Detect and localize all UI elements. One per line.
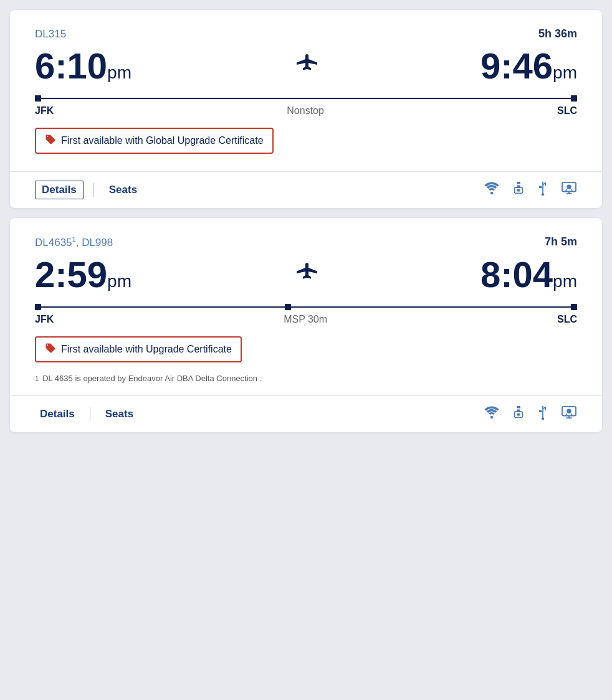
arrive-time-1: 9:46pm bbox=[481, 48, 577, 84]
seats-button-2[interactable]: Seats bbox=[100, 405, 138, 423]
plane-icon-2 bbox=[294, 262, 318, 287]
flight-header-2: DL46351, DL998 7h 5m bbox=[35, 235, 577, 249]
tag-icon-1 bbox=[45, 134, 56, 148]
power-icon-1 bbox=[512, 181, 525, 199]
footer-icons-1 bbox=[484, 181, 577, 199]
svg-point-25 bbox=[542, 417, 544, 420]
seats-button-1[interactable]: Seats bbox=[104, 181, 142, 199]
route-stop-dot-2 bbox=[285, 304, 291, 310]
details-button-1[interactable]: Details bbox=[35, 181, 84, 199]
depart-time-2: 2:59pm bbox=[35, 257, 131, 293]
upgrade-badge-1: First available with Global Upgrade Cert… bbox=[35, 128, 274, 154]
screen-icon-1 bbox=[561, 181, 577, 199]
route-dot-left-1 bbox=[35, 95, 41, 102]
svg-rect-16 bbox=[517, 406, 520, 409]
svg-point-0 bbox=[490, 192, 493, 194]
svg-rect-4 bbox=[517, 189, 520, 192]
flight-main-1: DL315 5h 36m 6:10pm 9:46pm JFK Nonst bbox=[10, 10, 602, 171]
origin-label-1: JFK bbox=[35, 105, 54, 116]
footer-divider-2 bbox=[90, 407, 90, 421]
svg-point-10 bbox=[542, 193, 544, 196]
svg-rect-1 bbox=[517, 182, 520, 184]
route-dot-right-1 bbox=[571, 95, 577, 102]
arrive-time-2: 8:04pm bbox=[481, 257, 577, 293]
power-icon-2 bbox=[512, 405, 525, 423]
flight-number-1: DL315 bbox=[35, 28, 66, 40]
route-line-2 bbox=[41, 306, 571, 308]
flight-header-1: DL315 5h 36m bbox=[35, 27, 577, 40]
times-row-2: 2:59pm 8:04pm bbox=[35, 257, 577, 293]
destination-label-2: SLC bbox=[557, 314, 577, 325]
upgrade-badge-text-1: First available with Global Upgrade Cert… bbox=[61, 135, 264, 146]
depart-time-1: 6:10pm bbox=[35, 48, 131, 84]
upgrade-badge-2: First available with Upgrade Certificate bbox=[35, 336, 242, 362]
origin-label-2: JFK bbox=[35, 314, 54, 325]
svg-point-14 bbox=[567, 185, 571, 189]
screen-icon-2 bbox=[561, 405, 577, 423]
svg-rect-9 bbox=[539, 186, 541, 188]
flight-duration-2: 7h 5m bbox=[545, 235, 577, 248]
stops-label-1: Nonstop bbox=[287, 105, 324, 116]
flight-duration-1: 5h 36m bbox=[538, 27, 577, 40]
destination-label-1: SLC bbox=[557, 105, 577, 116]
plane-icon-1 bbox=[294, 54, 318, 78]
route-labels-1: JFK Nonstop SLC bbox=[35, 105, 577, 116]
route-dot-right-2 bbox=[571, 304, 577, 310]
route-bar-1 bbox=[35, 95, 577, 102]
route-bar-2 bbox=[35, 304, 577, 310]
card-footer-1: Details Seats bbox=[10, 171, 602, 208]
footnote-2: 1 DL 4635 is operated by Endeavor Air DB… bbox=[35, 374, 577, 383]
wifi-icon-2 bbox=[484, 405, 500, 423]
svg-point-29 bbox=[567, 409, 571, 413]
flight-main-2: DL46351, DL998 7h 5m 2:59pm 8:04pm bbox=[10, 218, 602, 395]
card-footer-2: Details Seats bbox=[10, 395, 602, 432]
upgrade-badge-text-2: First available with Upgrade Certificate bbox=[61, 344, 232, 355]
flight-number-2: DL46351, DL998 bbox=[35, 235, 113, 249]
wifi-icon-1 bbox=[484, 181, 500, 199]
flight-card-2: DL46351, DL998 7h 5m 2:59pm 8:04pm bbox=[10, 218, 602, 432]
route-line-1 bbox=[41, 98, 571, 99]
usb-icon-2 bbox=[537, 405, 548, 423]
tag-icon-2 bbox=[45, 343, 56, 356]
route-labels-2: JFK MSP 30m SLC bbox=[35, 314, 577, 325]
svg-rect-24 bbox=[539, 410, 541, 412]
footer-icons-2 bbox=[484, 405, 577, 423]
stops-label-2: MSP 30m bbox=[284, 314, 327, 325]
details-button-2[interactable]: Details bbox=[35, 405, 80, 423]
svg-rect-19 bbox=[517, 413, 520, 415]
svg-point-15 bbox=[490, 415, 493, 418]
flight-card-1: DL315 5h 36m 6:10pm 9:46pm JFK Nonst bbox=[10, 10, 602, 208]
times-row-1: 6:10pm 9:46pm bbox=[35, 48, 577, 84]
usb-icon-1 bbox=[537, 181, 548, 199]
route-dot-left-2 bbox=[35, 304, 41, 310]
footer-divider-1 bbox=[93, 183, 94, 197]
